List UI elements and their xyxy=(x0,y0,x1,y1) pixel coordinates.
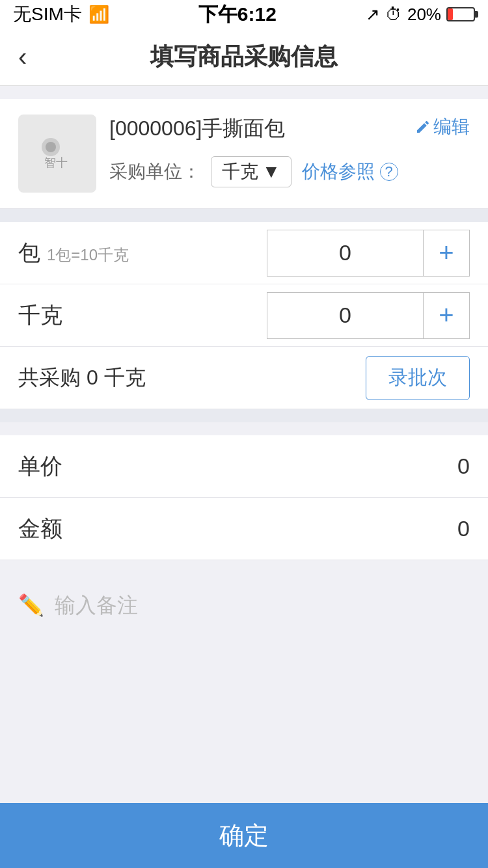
product-name: [0000006]手撕面包 xyxy=(109,115,285,143)
bao-row: 包 1包=10千克 + xyxy=(0,222,488,284)
edit-button[interactable]: 编辑 xyxy=(415,115,470,139)
bao-label: 包 1包=10千克 xyxy=(18,238,129,268)
kg-input[interactable] xyxy=(267,292,423,339)
price-section: 单价 0 金额 0 xyxy=(0,435,488,560)
bao-sublabel: 1包=10千克 xyxy=(47,245,129,265)
page-title: 填写商品采购信息 xyxy=(150,41,338,73)
pencil-icon: ✏️ xyxy=(18,593,44,617)
nav-bar: ‹ 填写商品采购信息 xyxy=(0,29,488,86)
price-ref-btn[interactable]: 价格参照 ? xyxy=(302,159,398,184)
location-icon: ↗ xyxy=(366,5,380,25)
notes-section[interactable]: ✏️ 输入备注 xyxy=(0,573,488,781)
kg-row: 千克 + xyxy=(0,284,488,347)
bao-input[interactable] xyxy=(267,230,423,277)
notes-placeholder: 输入备注 xyxy=(55,591,138,620)
kg-control: + xyxy=(267,292,470,339)
unit-price-row: 单价 0 xyxy=(0,435,488,498)
bao-control: + xyxy=(267,230,470,277)
input-section: 包 1包=10千克 + 千克 + 共采购 0 千克 录批次 xyxy=(0,222,488,409)
product-unit: 采购单位： 千克 ▼ 价格参照 ? xyxy=(109,156,470,187)
batch-button[interactable]: 录批次 xyxy=(366,356,470,400)
battery-percentage: 20% xyxy=(407,5,441,25)
kg-label: 千克 xyxy=(18,301,62,331)
amount-label: 金额 xyxy=(18,514,62,544)
amount-value: 0 xyxy=(457,516,470,541)
dropdown-icon: ▼ xyxy=(262,161,280,182)
help-icon: ? xyxy=(380,163,398,181)
alarm-icon: ⏱ xyxy=(385,5,402,25)
unit-price-value: 0 xyxy=(457,454,470,479)
unit-select[interactable]: 千克 ▼ xyxy=(211,156,291,187)
bao-plus-button[interactable]: + xyxy=(423,230,470,277)
battery-icon xyxy=(446,7,475,21)
product-info: [0000006]手撕面包 编辑 采购单位： 千克 ▼ 价格参照 ? xyxy=(109,115,470,187)
status-bar: 无SIM卡 📶 下午6:12 ↗ ⏱ 20% xyxy=(0,0,488,29)
confirm-button[interactable]: 确定 xyxy=(0,803,488,868)
amount-row: 金额 0 xyxy=(0,498,488,560)
kg-plus-button[interactable]: + xyxy=(423,292,470,339)
total-text: 共采购 0 千克 xyxy=(18,364,146,392)
wifi-icon: 📶 xyxy=(88,5,109,25)
total-row: 共采购 0 千克 录批次 xyxy=(0,347,488,409)
divider-2 xyxy=(0,409,488,422)
product-header: [0000006]手撕面包 编辑 xyxy=(109,115,470,143)
divider-1 xyxy=(0,209,488,222)
svg-text:智十: 智十 xyxy=(44,156,68,169)
status-left: 无SIM卡 📶 xyxy=(13,2,109,27)
unit-label: 采购单位： xyxy=(109,159,200,184)
carrier-text: 无SIM卡 xyxy=(13,2,82,27)
svg-point-1 xyxy=(46,142,56,152)
status-right: ↗ ⏱ 20% xyxy=(366,5,475,25)
product-card: 智十 [0000006]手撕面包 编辑 采购单位： 千克 ▼ 价格参照 ? xyxy=(0,99,488,209)
unit-price-label: 单价 xyxy=(18,452,62,481)
status-time: 下午6:12 xyxy=(198,1,277,28)
back-button[interactable]: ‹ xyxy=(18,42,27,72)
product-image: 智十 xyxy=(18,115,96,193)
total-amount: 0 xyxy=(87,366,104,389)
